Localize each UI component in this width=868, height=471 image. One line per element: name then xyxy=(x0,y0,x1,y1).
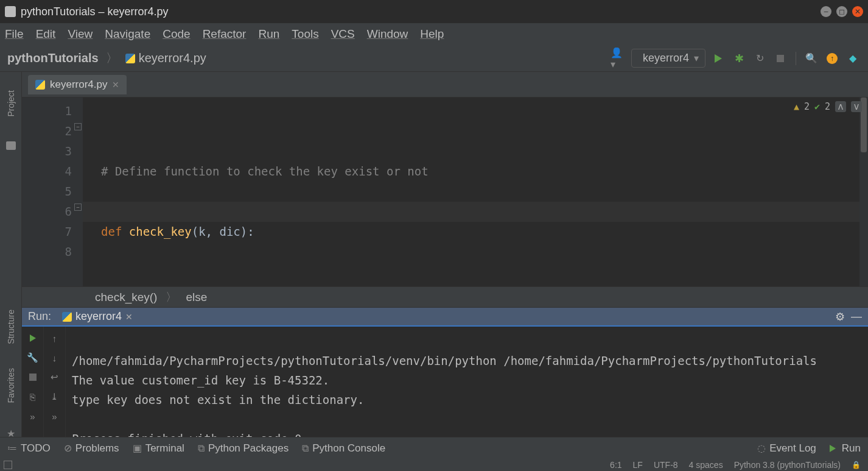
indent[interactable]: 4 spaces xyxy=(689,460,723,470)
run-tab[interactable]: Run xyxy=(830,442,861,455)
menu-refactor[interactable]: Refactor xyxy=(203,27,247,41)
ide-icon: ◆ xyxy=(849,52,856,64)
folder-icon[interactable] xyxy=(6,141,16,150)
code-breadcrumb: check_key() 〉 else xyxy=(22,286,868,307)
bell-icon: ◌ xyxy=(757,442,766,454)
search-button[interactable]: 🔍 xyxy=(803,51,819,66)
terminal-tab[interactable]: ▣Terminal xyxy=(133,442,184,455)
prev-highlight-button[interactable]: ʌ xyxy=(835,101,846,112)
output-line: The value customer_id key is B-45322. xyxy=(72,374,329,387)
interpreter[interactable]: Python 3.8 (pythonTutorials) xyxy=(734,460,841,470)
minimize-button[interactable]: – xyxy=(821,6,831,17)
sidebar-tab-structure[interactable]: Structure xyxy=(6,310,16,344)
sidebar-tab-favorites[interactable]: Favorites xyxy=(6,368,16,403)
line-number: 7 xyxy=(26,222,72,242)
search-icon: 🔍 xyxy=(805,52,817,64)
python-icon xyxy=(62,312,72,322)
output-line: /home/fahmida/PycharmProjects/pythonTuto… xyxy=(72,354,817,367)
user-icon[interactable]: 👤▾ xyxy=(611,51,626,66)
current-line-highlight xyxy=(83,202,868,222)
up-icon[interactable]: ↑ xyxy=(49,333,60,344)
problems-tab[interactable]: ⊘Problems xyxy=(64,442,119,455)
update-button[interactable]: ↑ xyxy=(824,51,840,66)
line-ending[interactable]: LF xyxy=(633,460,643,470)
run-tab-label: keyerror4 xyxy=(75,310,122,323)
close-tab-icon[interactable]: ✕ xyxy=(125,312,133,322)
menu-code[interactable]: Code xyxy=(163,27,190,41)
play-icon xyxy=(715,54,722,63)
more-icon[interactable]: » xyxy=(49,411,60,422)
maximize-button[interactable]: ◻ xyxy=(836,6,847,17)
rerun-button[interactable] xyxy=(27,333,38,344)
run-config-selector[interactable]: keyerror4 ▾ xyxy=(631,49,705,68)
wrap-icon[interactable]: ↩ xyxy=(49,372,60,383)
ide-button[interactable]: ◆ xyxy=(845,51,861,66)
menu-window[interactable]: Window xyxy=(367,27,408,41)
code-line: # Define function to check the key exist… xyxy=(101,165,429,178)
chevron-down-icon: ▾ xyxy=(694,52,699,64)
todo-tab[interactable]: ≔TODO xyxy=(7,442,51,455)
terminal-icon: ▣ xyxy=(133,442,142,454)
breadcrumb-file[interactable]: keyerror4.py xyxy=(139,51,206,65)
close-button[interactable]: ✕ xyxy=(852,6,863,17)
menu-file[interactable]: File xyxy=(5,27,24,41)
more-icon[interactable]: » xyxy=(27,411,38,422)
menu-edit[interactable]: Edit xyxy=(36,27,56,41)
ok-icon[interactable]: ✔ xyxy=(814,101,820,112)
next-highlight-button[interactable]: v xyxy=(851,101,862,112)
exit-icon[interactable]: ⎘ xyxy=(27,391,38,402)
stop-button[interactable] xyxy=(772,51,788,66)
menu-help[interactable]: Help xyxy=(420,27,444,41)
warning-icon[interactable]: ▲ xyxy=(794,101,799,112)
lock-icon[interactable]: 🔒 xyxy=(852,461,861,469)
editor-tab-label: keyerror4.py xyxy=(50,79,107,91)
update-icon: ↑ xyxy=(827,53,838,64)
python-file-icon xyxy=(125,54,135,63)
menu-view[interactable]: View xyxy=(68,27,93,41)
nav-scope-branch[interactable]: else xyxy=(186,291,207,304)
output-line: type key does not exist in the dictionar… xyxy=(72,393,364,406)
menu-tools[interactable]: Tools xyxy=(292,27,318,41)
wrench-icon[interactable]: 🔧 xyxy=(27,352,38,363)
run-panel-header: Run: keyerror4 ✕ ⚙ — xyxy=(22,308,868,327)
breadcrumb: pythonTutorials 〉 keyerror4.py xyxy=(7,50,206,66)
fold-icon[interactable]: − xyxy=(74,204,82,211)
sidebar-tab-project[interactable]: Project xyxy=(6,90,16,117)
encoding[interactable]: UTF-8 xyxy=(654,460,678,470)
code-editor[interactable]: 1 2 3 4 5 6 7 8 − − # Define function to… xyxy=(22,97,868,286)
gear-icon[interactable]: ⚙ xyxy=(835,310,845,324)
console-icon: ⧉ xyxy=(302,443,309,454)
nav-scope-fn[interactable]: check_key() xyxy=(95,291,157,304)
minimize-panel-button[interactable]: — xyxy=(851,310,862,323)
menu-vcs[interactable]: VCS xyxy=(331,27,355,41)
vertical-scrollbar[interactable] xyxy=(859,97,868,286)
list-icon: ≔ xyxy=(7,442,17,454)
console-tab[interactable]: ⧉Python Console xyxy=(302,442,385,455)
menu-navigate[interactable]: Navigate xyxy=(105,27,150,41)
fold-icon[interactable]: − xyxy=(74,123,82,130)
run-button[interactable] xyxy=(710,51,726,66)
editor-tab[interactable]: keyerror4.py ✕ xyxy=(28,75,127,94)
line-number: 3 xyxy=(26,141,72,161)
close-tab-icon[interactable]: ✕ xyxy=(112,80,119,90)
package-icon: ⧉ xyxy=(198,443,205,454)
breadcrumb-sep: 〉 xyxy=(106,50,118,66)
debug-button[interactable]: ✱ xyxy=(731,51,747,66)
coverage-button[interactable]: ↻ xyxy=(752,51,768,66)
code-area[interactable]: # Define function to check the key exist… xyxy=(83,97,868,286)
toolbar-row: pythonTutorials 〉 keyerror4.py 👤▾ keyerr… xyxy=(0,45,868,72)
packages-tab[interactable]: ⧉Python Packages xyxy=(198,442,289,455)
breadcrumb-project[interactable]: pythonTutorials xyxy=(7,51,99,65)
line-number: 5 xyxy=(26,182,72,202)
stop-button[interactable] xyxy=(27,372,38,383)
line-number: 2 xyxy=(26,121,72,141)
bottom-toolbar: ≔TODO ⊘Problems ▣Terminal ⧉Python Packag… xyxy=(0,437,868,459)
run-panel-tab[interactable]: keyerror4 ✕ xyxy=(57,308,138,325)
tool-window-icon[interactable] xyxy=(4,461,12,469)
menu-run[interactable]: Run xyxy=(258,27,279,41)
event-log-tab[interactable]: ◌Event Log xyxy=(757,442,816,455)
export-icon[interactable]: ⤓ xyxy=(49,391,60,402)
cursor-position[interactable]: 6:1 xyxy=(610,460,621,470)
line-number: 1 xyxy=(26,101,72,121)
down-icon[interactable]: ↓ xyxy=(49,352,60,363)
